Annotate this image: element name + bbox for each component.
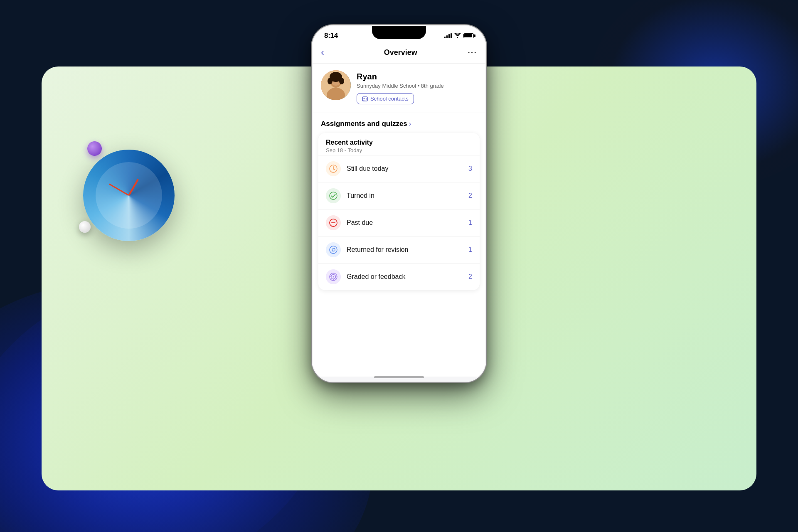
clock-illustration bbox=[83, 150, 175, 241]
school-contacts-button[interactable]: School contacts bbox=[357, 93, 414, 104]
phone-frame: 8:14 bbox=[312, 25, 486, 382]
more-button[interactable]: ··· bbox=[468, 48, 477, 57]
list-item[interactable]: Returned for revision 1 bbox=[318, 236, 480, 263]
top-nav: ‹ Overview ··· bbox=[313, 42, 485, 64]
list-item[interactable]: Turned in 2 bbox=[318, 182, 480, 209]
signal-bar-1 bbox=[444, 37, 446, 38]
avatar-image bbox=[321, 70, 351, 100]
still-due-count: 3 bbox=[468, 165, 472, 172]
status-time: 8:14 bbox=[324, 32, 338, 40]
list-item[interactable]: Still due today 3 bbox=[318, 155, 480, 182]
status-icons bbox=[444, 33, 474, 39]
turned-in-count: 2 bbox=[468, 192, 472, 200]
clock-sphere bbox=[83, 150, 175, 241]
svg-point-9 bbox=[364, 98, 365, 99]
nav-title: Overview bbox=[384, 48, 417, 57]
assignments-chevron-icon: › bbox=[409, 120, 411, 128]
phone-notch bbox=[372, 26, 426, 39]
assignments-header[interactable]: Assignments and quizzes › bbox=[313, 113, 485, 133]
past-due-icon bbox=[326, 215, 341, 230]
still-due-icon bbox=[326, 161, 341, 176]
turned-in-label: Turned in bbox=[347, 192, 468, 200]
sphere-white bbox=[79, 221, 91, 233]
graded-icon bbox=[326, 269, 341, 284]
assignments-title: Assignments and quizzes bbox=[321, 120, 407, 128]
phone-container: 8:14 bbox=[312, 25, 486, 382]
svg-point-16 bbox=[330, 192, 337, 200]
past-due-label: Past due bbox=[347, 219, 468, 227]
home-indicator bbox=[374, 376, 424, 378]
phone-screen: 8:14 bbox=[313, 26, 485, 382]
signal-bar-2 bbox=[446, 35, 448, 38]
profile-info: Ryan Sunnyday Middle School • 8th grade … bbox=[357, 70, 477, 104]
sphere-purple bbox=[87, 141, 102, 156]
list-item[interactable]: Past due 1 bbox=[318, 209, 480, 236]
battery-icon bbox=[463, 33, 474, 38]
contacts-icon bbox=[362, 96, 368, 102]
still-due-label: Still due today bbox=[347, 165, 468, 172]
screen-content: ‹ Overview ··· bbox=[313, 42, 485, 377]
back-button[interactable]: ‹ bbox=[321, 47, 333, 58]
wifi-icon bbox=[454, 33, 461, 39]
list-item[interactable]: Graded or feedback 2 bbox=[318, 263, 480, 290]
svg-point-7 bbox=[339, 78, 344, 84]
profile-section: Ryan Sunnyday Middle School • 8th grade … bbox=[313, 64, 485, 113]
clock-hand-hour bbox=[128, 179, 139, 196]
activity-card: Recent activity Sep 18 - Today bbox=[318, 133, 480, 290]
graded-label: Graded or feedback bbox=[347, 273, 468, 281]
battery-fill bbox=[464, 34, 472, 37]
past-due-count: 1 bbox=[468, 219, 472, 227]
graded-count: 2 bbox=[468, 273, 472, 281]
avatar bbox=[321, 70, 351, 100]
turned-in-icon bbox=[326, 188, 341, 203]
clock-hand-minute bbox=[109, 183, 129, 196]
returned-icon bbox=[326, 242, 341, 257]
clock-inner bbox=[96, 162, 162, 229]
profile-school: Sunnyday Middle School • 8th grade bbox=[357, 83, 477, 89]
signal-bar-4 bbox=[451, 33, 452, 38]
svg-point-6 bbox=[328, 78, 332, 84]
returned-label: Returned for revision bbox=[347, 246, 468, 254]
activity-dates: Sep 18 - Today bbox=[326, 147, 472, 153]
school-contacts-label: School contacts bbox=[370, 96, 409, 102]
activity-title: Recent activity bbox=[326, 139, 472, 146]
returned-count: 1 bbox=[468, 246, 472, 254]
signal-bar-3 bbox=[448, 34, 450, 38]
profile-name: Ryan bbox=[357, 72, 477, 81]
svg-point-24 bbox=[333, 276, 334, 278]
activity-header: Recent activity Sep 18 - Today bbox=[318, 133, 480, 155]
signal-icon bbox=[444, 33, 452, 38]
svg-point-21 bbox=[330, 246, 337, 254]
